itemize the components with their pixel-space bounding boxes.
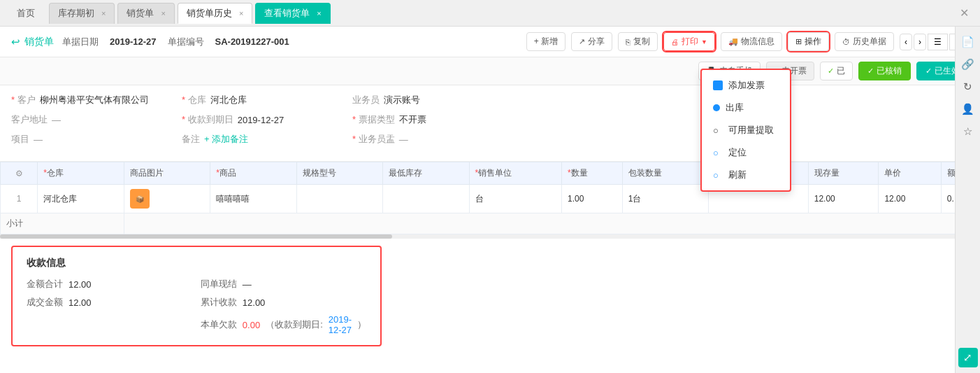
doc-date-label: 单据日期 <box>62 36 99 48</box>
logistics-icon: 🚚 <box>728 37 738 46</box>
add-invoice-icon <box>713 80 723 90</box>
doc-number-label: 单据编号 <box>168 36 204 48</box>
sidebar-doc-icon[interactable]: 📄 <box>958 32 978 52</box>
menu-item-outbound[interactable]: 出库 <box>702 97 790 119</box>
share-button[interactable]: ↗ 分享 <box>571 32 612 51</box>
col-image: 商品图片 <box>124 162 210 185</box>
payment-transaction-label: 成交金额 <box>27 296 63 309</box>
payment-cumulative-label: 累计收款 <box>201 296 237 309</box>
main-content: ↩ 销货单 单据日期 2019-12-27 单据编号 SA-20191227-0… <box>0 27 980 373</box>
doc-number-value: SA-20191227-001 <box>215 36 289 47</box>
window-close-icon[interactable]: ✕ <box>954 6 974 20</box>
copy-icon: ⎘ <box>626 38 630 46</box>
add-remark-label: 添加备注 <box>212 134 248 144</box>
sidebar-star-icon[interactable]: ☆ <box>958 122 978 141</box>
payment-cumulative-value: 12.00 <box>243 297 266 308</box>
tab-bar: 首页 库存期初 × 销货单 × 销货单历史 × 查看销货单 × ✕ <box>0 0 980 27</box>
payment-due-date: 2019-12-27 <box>329 314 352 335</box>
scrollbar-thumb[interactable] <box>0 234 392 239</box>
payment-total-label: 金额合计 <box>27 278 63 290</box>
operation-dropdown: 添加发票 出库 ○ 可用量提取 ○ 定位 ○ 刷新 <box>700 69 791 192</box>
menu-item-available-qty[interactable]: ○ 可用量提取 <box>702 119 790 141</box>
doc-title: ↩ 销货单 <box>11 36 54 48</box>
copy-button[interactable]: ⎘ 复制 <box>618 32 658 51</box>
logistics-button[interactable]: 🚚 物流信息 <box>721 32 782 51</box>
share-label: 分享 <box>588 36 605 48</box>
doc-type-label: 销货单 <box>24 36 54 48</box>
tab-home[interactable]: 首页 <box>6 7 46 20</box>
payment-title: 收款信息 <box>27 257 366 269</box>
payment-due-label: 本单欠款 <box>201 318 237 331</box>
menu-item-refresh[interactable]: ○ 刷新 <box>702 164 790 186</box>
menu-item-add-invoice[interactable]: 添加发票 <box>702 74 790 97</box>
next-button[interactable]: › <box>914 34 926 50</box>
cancel-icon: ✓ <box>867 66 874 76</box>
operation-button[interactable]: ⊞ 操作 <box>788 32 829 51</box>
add-remark-button[interactable]: + 添加备注 <box>204 133 248 146</box>
cancel-label: 已核销 <box>877 65 902 77</box>
menu-locate-label: 定位 <box>728 146 747 159</box>
payment-due-field: 收款到期日 2019-12-27 <box>182 113 336 126</box>
locate-icon: ○ <box>713 148 723 158</box>
outbound-icon <box>713 104 720 111</box>
print-dropdown-icon: ▼ <box>701 38 707 45</box>
row-stock: 12.00 <box>808 185 879 213</box>
col-spec: 规格型号 <box>296 162 382 185</box>
menu-add-invoice-label: 添加发票 <box>728 79 765 92</box>
row-unit-price: 12.00 <box>879 185 941 213</box>
payment-transaction-row: 成交金额 12.00 <box>27 296 184 309</box>
payment-transaction-value: 12.00 <box>69 297 92 308</box>
print-icon: 🖨 <box>671 38 679 46</box>
payment-due-note-end: ） <box>357 318 366 331</box>
print-label: 打印 <box>682 36 698 48</box>
menu-item-locate[interactable]: ○ 定位 <box>702 141 790 164</box>
table-scrollbar[interactable] <box>0 234 980 239</box>
customer-value: 柳州粤港平安气体有限公司 <box>40 94 149 106</box>
doc-actions: + 新增 ↗ 分享 ⎘ 复制 🖨 打印 ▼ 🚚 物流信息 ⊞ 操作 <box>526 32 969 51</box>
sidebar-expand-icon[interactable]: ⤢ <box>958 348 978 367</box>
tab-sales-history[interactable]: 销货单历史 × <box>178 3 252 24</box>
tab-sales-close[interactable]: × <box>161 9 165 17</box>
row-min-stock <box>383 185 469 213</box>
sidebar-user-icon[interactable]: 👤 <box>958 99 978 119</box>
payment-section: 收款信息 金额合计 12.00 同单现结 — 成交金额 12.00 累计收款 1… <box>11 246 382 346</box>
col-quantity: *数量 <box>561 162 622 185</box>
payment-due-label: 收款到期日 <box>182 113 233 126</box>
tab-sales-history-label: 销货单历史 <box>187 7 232 20</box>
address-value: — <box>52 115 61 125</box>
tab-inventory[interactable]: 库存期初 × <box>49 3 115 24</box>
doc-header: ↩ 销货单 单据日期 2019-12-27 单据编号 SA-20191227-0… <box>0 27 980 57</box>
salesman-value: — <box>399 134 408 145</box>
history-label: 历史单据 <box>853 36 886 48</box>
history-icon: ⏱ <box>842 38 850 46</box>
payment-cumulative-row: 累计收款 12.00 <box>201 296 366 309</box>
print-button[interactable]: 🖨 打印 ▼ <box>663 32 715 51</box>
payment-settlement-label: 同单现结 <box>201 278 237 290</box>
payment-due-row: 本单欠款 0.00 （收款到期日: 2019-12-27 ） <box>201 314 366 335</box>
sidebar-link-icon[interactable]: 🔗 <box>958 55 978 74</box>
product-table: ⚙ *仓库 商品图片 *商品 规格型号 最低库存 *销售单位 *数量 包装数量 … <box>0 162 980 234</box>
add-button[interactable]: + 新增 <box>526 32 565 51</box>
payment-settlement-row: 同单现结 — <box>201 278 366 290</box>
payment-settlement-value: — <box>243 279 252 290</box>
project-value: — <box>34 134 43 145</box>
prev-button[interactable]: ‹ <box>900 34 912 50</box>
remark-field: 备注 + 添加备注 <box>182 133 336 146</box>
col-warehouse: *仓库 <box>38 162 124 185</box>
remark-label: 备注 <box>182 133 200 146</box>
history-button[interactable]: ⏱ 历史单据 <box>835 32 894 51</box>
product-table-wrap: ⚙ *仓库 商品图片 *商品 规格型号 最低库存 *销售单位 *数量 包装数量 … <box>0 162 980 239</box>
tab-view-sales[interactable]: 查看销货单 × <box>255 3 330 24</box>
col-settings[interactable]: ⚙ <box>1 162 38 185</box>
employee-field: 业务员 演示账号 <box>352 94 506 106</box>
col-unit-price: 单价 <box>879 162 941 185</box>
form-row-3: 项目 — 备注 + 添加备注 业务员盂 — <box>11 133 969 146</box>
cancel-button[interactable]: ✓ 已核销 <box>858 62 911 80</box>
sidebar-refresh-icon[interactable]: ↻ <box>958 77 978 97</box>
tab-sales-history-close[interactable]: × <box>239 9 243 17</box>
list-view-button[interactable]: ☰ <box>928 34 948 50</box>
tab-inventory-close[interactable]: × <box>101 9 106 17</box>
tab-view-sales-close[interactable]: × <box>317 9 321 17</box>
tab-sales[interactable]: 销货单 × <box>117 3 174 24</box>
verify-button[interactable]: ✓ 已 <box>820 62 853 80</box>
